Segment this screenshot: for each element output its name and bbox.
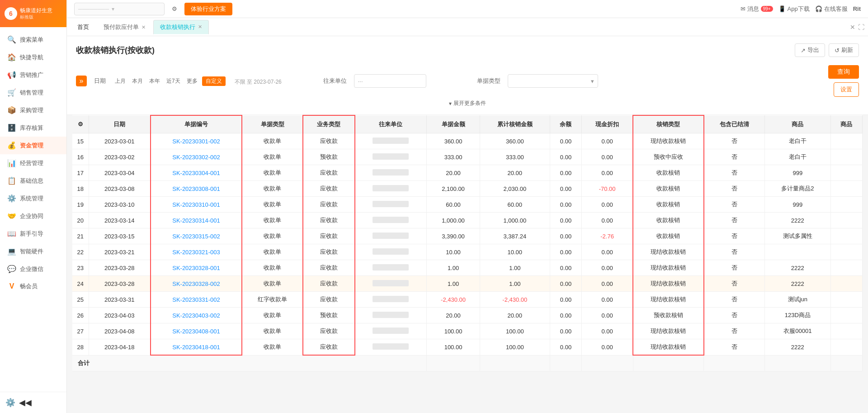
topbar-search-box: ──────── ▾ [74, 3, 165, 15]
topbar-settings-btn[interactable]: ⚙ [172, 5, 177, 12]
settings-footer-icon[interactable]: ⚙️ [5, 398, 15, 408]
cell-amount: -2,430.00 [427, 292, 480, 308]
cell-bill-no: SK-20230315-002 [151, 228, 242, 244]
refresh-btn[interactable]: ↺ 刷新 [829, 43, 859, 57]
col-company[interactable]: 往来单位 [355, 115, 427, 133]
sidebar-item-business[interactable]: 📊 经营管理 [0, 154, 66, 172]
col-verify-type[interactable]: 核销类型 [633, 115, 704, 133]
business-icon: 📊 [7, 159, 16, 167]
cell-company [355, 276, 427, 292]
sidebar-item-system[interactable]: ⚙️ 系统管理 [0, 190, 66, 207]
sidebar-item-label: 采购管理 [20, 106, 43, 114]
table-container[interactable]: ⚙ 日期 单据编号 单据类型 业务类型 往来单位 单据金额 累计核销金额 余额 … [67, 115, 868, 413]
bill-no-link[interactable]: SK-20230408-001 [172, 328, 220, 335]
cell-bill-no: SK-20230308-001 [151, 181, 242, 197]
cell-balance: 0.00 [550, 292, 581, 308]
date-btn-more[interactable]: 更多 [185, 76, 199, 86]
sidebar-item-marketing[interactable]: 📢 营销推广 [0, 66, 66, 84]
col-biz-type[interactable]: 业务类型 [303, 115, 354, 133]
sidebar-item-purchase[interactable]: 📦 采购管理 [0, 101, 66, 119]
sidebar-item-wechat[interactable]: 💬 企业微信 [0, 260, 66, 278]
cell-bill-type: 红字收款单 [242, 292, 303, 308]
bill-no-link[interactable]: SK-20230304-001 [172, 170, 220, 176]
collapse-icon[interactable]: ◀◀ [19, 398, 32, 408]
col-balance[interactable]: 余额 [550, 115, 581, 133]
date-custom-btn[interactable]: 自定义 [202, 76, 226, 86]
bill-no-link[interactable]: SK-20230328-002 [172, 280, 220, 287]
sidebar-item-finance[interactable]: 💰 资金管理 [0, 137, 66, 154]
col-product2[interactable]: 商品 [830, 115, 862, 133]
tab-prepay[interactable]: 预付款应付单 ✕ [97, 20, 152, 34]
online-service-btn[interactable]: 🎧 在线客服 [815, 5, 848, 13]
bill-no-link[interactable]: SK-20230403-002 [172, 312, 220, 319]
sidebar-item-search[interactable]: 🔍 搜索菜单 [0, 31, 66, 48]
sidebar-item-member[interactable]: V 畅会员 [0, 278, 66, 295]
company-blurred [373, 169, 409, 176]
col-bill-no[interactable]: 单据编号 [151, 115, 242, 133]
bill-no-link[interactable]: SK-20230302-002 [172, 154, 220, 161]
main-area: ──────── ▾ ⚙ 体验行业方案 ✉ 消息 99+ 📱 App下载 🎧 在… [67, 0, 868, 413]
sidebar-item-quicknav[interactable]: 🏠 快捷导航 [0, 48, 66, 66]
expand-more-btn[interactable]: ▾ 展开更多条件 [449, 100, 486, 107]
company-label: 往来单位 [323, 77, 347, 85]
cell-product1: 老白干 [764, 133, 830, 149]
bill-no-link[interactable]: SK-20230331-002 [172, 296, 220, 303]
cell-bill-type: 收款单 [242, 244, 303, 260]
company-blurred [373, 296, 409, 302]
cell-product2 [830, 260, 862, 276]
sidebar-item-label: 新手引导 [20, 230, 43, 238]
filter-settings-btn[interactable]: 设置 [834, 82, 859, 97]
col-amount[interactable]: 单据金额 [427, 115, 480, 133]
sidebar-item-inventory[interactable]: 🗄️ 库存核算 [0, 119, 66, 137]
filter-expand-btn[interactable]: » [76, 76, 87, 86]
bill-no-link[interactable]: SK-20230301-002 [172, 138, 220, 145]
bill-no-link[interactable]: SK-20230315-002 [172, 233, 220, 240]
sidebar-item-sales[interactable]: 🛒 销售管理 [0, 84, 66, 101]
table-row: 19 2023-03-10 SK-20230310-001 收款单 应收款 60… [72, 197, 863, 213]
cell-product2 [830, 339, 862, 356]
col-discount[interactable]: 现金折扣 [582, 115, 633, 133]
col-verified[interactable]: 累计核销金额 [480, 115, 550, 133]
col-date[interactable]: 日期 [89, 115, 151, 133]
tab-prepay-close[interactable]: ✕ [142, 24, 146, 30]
select-arrow: ▾ [591, 78, 594, 85]
sidebar-item-guide[interactable]: 📖 新手引导 [0, 225, 66, 242]
industry-solution-btn[interactable]: 体验行业方案 [184, 3, 232, 15]
tab-receipt-close[interactable]: ✕ [198, 24, 202, 30]
date-btn-7days[interactable]: 近7天 [165, 76, 182, 86]
company-blurred [373, 248, 409, 255]
user-avatar[interactable]: Rit [853, 5, 861, 12]
col-product1[interactable]: 商品 [764, 115, 830, 133]
cell-included: 否 [704, 323, 765, 339]
date-btn-last-month[interactable]: 上月 [113, 76, 127, 86]
date-btn-this-month[interactable]: 本月 [130, 76, 145, 86]
bill-type-select[interactable]: ▾ [508, 74, 598, 88]
col-bill-type[interactable]: 单据类型 [242, 115, 303, 133]
tab-close-all-btn[interactable]: ✕ [850, 24, 855, 31]
company-select[interactable]: ··· [354, 74, 426, 88]
col-settings[interactable]: ⚙ [72, 115, 89, 133]
message-badge: 99+ [761, 6, 773, 12]
bill-no-link[interactable]: SK-20230314-001 [172, 217, 220, 224]
date-btn-this-year[interactable]: 本年 [147, 76, 162, 86]
tab-receipt[interactable]: 收款核销执行 ✕ [153, 20, 209, 34]
query-btn[interactable]: 查询 [828, 65, 859, 79]
bill-no-link[interactable]: SK-20230418-001 [172, 344, 220, 351]
sidebar-item-hardware[interactable]: 💻 智能硬件 [0, 242, 66, 260]
bill-no-link[interactable]: SK-20230310-001 [172, 201, 220, 208]
message-btn[interactable]: ✉ 消息 99+ [741, 5, 773, 13]
tab-expand-btn[interactable]: ⛶ [858, 24, 864, 31]
col-included[interactable]: 包含已结清 [704, 115, 765, 133]
cell-biz-type: 预收款 [303, 149, 354, 165]
bill-no-link[interactable]: SK-20230328-001 [172, 265, 220, 271]
cell-verify-type: 收款核销 [633, 165, 704, 181]
sidebar-item-basic[interactable]: 📋 基础信息 [0, 172, 66, 190]
phone-icon: 📱 [778, 5, 786, 12]
tab-home[interactable]: 首页 [71, 20, 96, 34]
export-btn[interactable]: ↗ 导出 [795, 43, 825, 57]
bill-no-link[interactable]: SK-20230308-001 [172, 185, 220, 192]
app-download-btn[interactable]: 📱 App下载 [778, 5, 810, 13]
bill-no-link[interactable]: SK-20230321-003 [172, 249, 220, 256]
sidebar-item-enterprise[interactable]: 🤝 企业协同 [0, 207, 66, 225]
cell-product1: 多计量商品2 [764, 181, 830, 197]
